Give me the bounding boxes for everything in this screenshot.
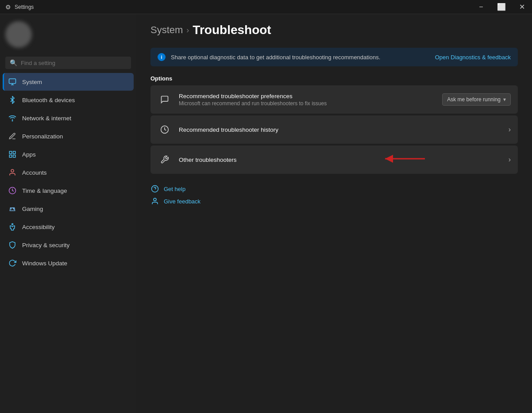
footer-label-get-help: Get help [164, 186, 185, 192]
svg-point-16 [154, 198, 156, 201]
sidebar-item-network[interactable]: Network & internet [3, 109, 134, 127]
svg-rect-5 [13, 155, 15, 157]
info-icon: i [158, 53, 166, 61]
nav-icon-update [8, 259, 17, 268]
options-label: Options [150, 75, 518, 82]
footer-icon-get-help [150, 184, 159, 193]
chevron-right-icon-recommended-history: › [509, 126, 511, 134]
titlebar: ⚙ Settings − ⬜ ✕ [0, 0, 532, 14]
info-banner: i Share optional diagnostic data to get … [150, 48, 518, 66]
sidebar-item-time[interactable]: Time & language [3, 182, 134, 199]
option-title-recommended-history: Recommended troubleshooter history [179, 126, 509, 133]
option-right-recommended-prefs: Ask me before running ▾ [442, 93, 511, 106]
sidebar-item-bluetooth[interactable]: Bluetooth & devices [3, 91, 134, 109]
nav-label-time: Time & language [22, 187, 67, 194]
option-text-recommended-history: Recommended troubleshooter history [179, 126, 509, 133]
svg-point-12 [12, 224, 13, 225]
sidebar-item-personalization[interactable]: Personalization [3, 127, 134, 145]
sidebar: 🔍 System Bluetooth & devices Network & i… [0, 14, 136, 413]
nav-label-bluetooth: Bluetooth & devices [22, 97, 75, 103]
sidebar-item-privacy[interactable]: Privacy & security [3, 236, 134, 254]
option-right-other-troubleshooters: › [509, 156, 511, 164]
nav-icon-accessibility [8, 222, 17, 231]
options-list: Recommended troubleshooter preferences M… [150, 85, 518, 174]
sidebar-item-accessibility[interactable]: Accessibility [3, 218, 134, 236]
option-text-recommended-prefs: Recommended troubleshooter preferences M… [179, 93, 442, 107]
option-wrapper-recommended-prefs: Recommended troubleshooter preferences M… [150, 85, 518, 114]
svg-rect-2 [9, 151, 12, 153]
settings-icon: ⚙ [5, 4, 11, 11]
nav-icon-gaming [8, 204, 17, 213]
nav-label-system: System [22, 79, 42, 85]
option-icon-recommended-prefs [158, 92, 172, 107]
option-text-other-troubleshooters: Other troubleshooters [179, 157, 509, 163]
footer-label-give-feedback: Give feedback [164, 198, 200, 205]
sidebar-item-apps[interactable]: Apps [3, 145, 134, 163]
nav-icon-apps [8, 150, 17, 159]
nav-icon-network [8, 114, 17, 122]
breadcrumb-parent[interactable]: System [150, 24, 183, 36]
search-icon: 🔍 [10, 59, 17, 66]
footer-links: Get help Give feedback [150, 184, 518, 206]
svg-rect-3 [13, 151, 15, 153]
option-icon-recommended-history [158, 122, 172, 137]
breadcrumb-separator: › [186, 26, 189, 35]
nav-icon-system [8, 77, 17, 86]
option-wrapper-recommended-history: Recommended troubleshooter history › [150, 115, 518, 144]
chevron-down-icon: ▾ [503, 96, 506, 103]
nav-label-gaming: Gaming [22, 206, 43, 212]
nav-icon-accounts [8, 168, 17, 177]
svg-point-6 [11, 169, 14, 172]
option-icon-other-troubleshooters [158, 153, 172, 167]
svg-rect-4 [9, 155, 12, 157]
option-title-recommended-prefs: Recommended troubleshooter preferences [179, 93, 442, 99]
sidebar-item-update[interactable]: Windows Update [3, 254, 134, 272]
option-right-recommended-history: › [509, 126, 511, 134]
breadcrumb: System › Troubleshoot [150, 23, 518, 37]
nav-icon-privacy [8, 241, 17, 249]
footer-icon-give-feedback [150, 197, 159, 206]
nav-icon-time [8, 186, 17, 195]
avatar [5, 21, 32, 48]
sidebar-nav: System Bluetooth & devices Network & int… [0, 73, 136, 272]
search-input[interactable] [21, 60, 127, 66]
option-subtitle-recommended-prefs: Microsoft can recommend and run troubles… [179, 100, 442, 107]
search-box[interactable]: 🔍 [5, 57, 131, 69]
option-wrapper-other-troubleshooters: Other troubleshooters › [150, 145, 518, 174]
sidebar-profile [0, 14, 136, 53]
nav-label-apps: Apps [22, 151, 36, 158]
nav-label-update: Windows Update [22, 260, 67, 267]
nav-label-network: Network & internet [22, 115, 71, 122]
nav-label-accounts: Accounts [22, 169, 47, 176]
option-title-other-troubleshooters: Other troubleshooters [179, 157, 509, 163]
content-area: System › Troubleshoot i Share optional d… [136, 14, 532, 413]
nav-icon-bluetooth [8, 96, 17, 104]
minimize-button[interactable]: − [471, 0, 491, 14]
footer-link-give-feedback[interactable]: Give feedback [150, 197, 518, 206]
info-banner-left: i Share optional diagnostic data to get … [158, 53, 380, 61]
sidebar-item-accounts[interactable]: Accounts [3, 164, 134, 181]
chevron-right-icon-other-troubleshooters: › [509, 156, 511, 164]
nav-label-personalization: Personalization [22, 133, 63, 140]
svg-rect-0 [9, 79, 16, 84]
dropdown-label-recommended-prefs: Ask me before running [447, 96, 501, 103]
breadcrumb-current: Troubleshoot [193, 23, 271, 37]
option-card-recommended-prefs[interactable]: Recommended troubleshooter preferences M… [150, 85, 518, 114]
close-button[interactable]: ✕ [512, 0, 532, 14]
sidebar-item-gaming[interactable]: Gaming [3, 200, 134, 218]
nav-icon-personalization [8, 132, 17, 141]
svg-point-1 [12, 120, 13, 121]
titlebar-left: ⚙ Settings [5, 4, 34, 11]
sidebar-item-system[interactable]: System [3, 73, 134, 91]
nav-label-privacy: Privacy & security [22, 242, 69, 249]
info-banner-text: Share optional diagnostic data to get ad… [171, 54, 380, 61]
option-card-recommended-history[interactable]: Recommended troubleshooter history › [150, 115, 518, 144]
footer-link-get-help[interactable]: Get help [150, 184, 518, 193]
option-card-other-troubleshooters[interactable]: Other troubleshooters › [150, 145, 518, 174]
dropdown-btn-recommended-prefs[interactable]: Ask me before running ▾ [442, 93, 511, 106]
titlebar-controls: − ⬜ ✕ [471, 0, 532, 14]
maximize-button[interactable]: ⬜ [491, 0, 512, 14]
open-diagnostics-link[interactable]: Open Diagnostics & feedback [435, 54, 511, 61]
app-container: 🔍 System Bluetooth & devices Network & i… [0, 14, 532, 413]
titlebar-title: Settings [15, 4, 34, 10]
